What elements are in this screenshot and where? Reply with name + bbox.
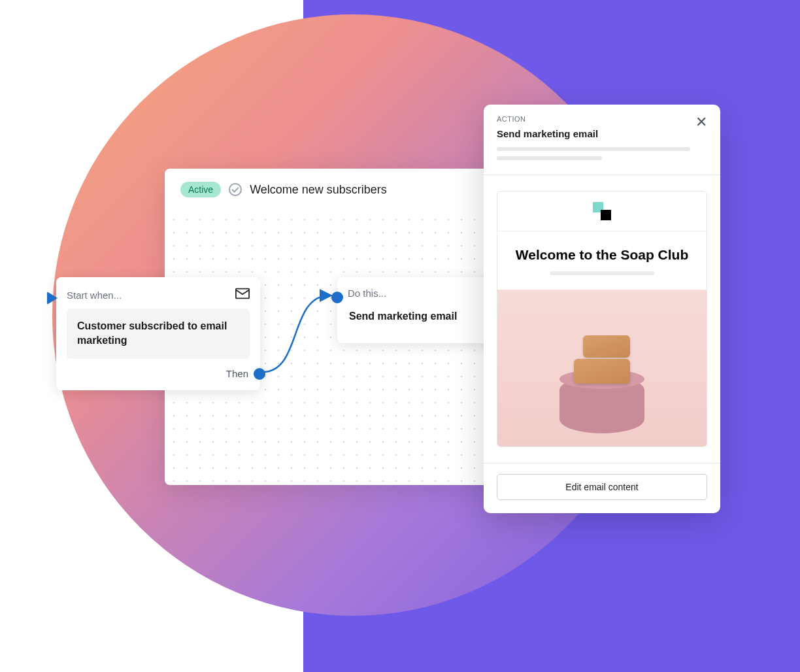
- side-panel-footer: Edit email content: [484, 463, 720, 513]
- action-side-panel: ACTION Send marketing email ✕ Welcome to…: [484, 105, 720, 513]
- email-subheading-placeholder: [550, 271, 654, 275]
- trigger-footer: Then: [67, 359, 250, 380]
- email-hero-image: [497, 290, 707, 446]
- divider: [484, 175, 720, 175]
- trigger-card-header: Start when...: [67, 288, 250, 302]
- soap-stack: [574, 335, 630, 384]
- email-preview[interactable]: Welcome to the Soap Club: [497, 191, 707, 447]
- connector-out-dot[interactable]: [254, 368, 265, 380]
- workflow-title: Welcome new subscribers: [250, 183, 387, 197]
- side-eyebrow: ACTION: [497, 115, 695, 123]
- play-icon: [47, 292, 58, 305]
- email-logo: [497, 192, 707, 231]
- action-label: Do this...: [348, 288, 386, 299]
- check-circle-icon: [229, 183, 242, 196]
- pedestal-shape: [559, 376, 644, 433]
- trigger-content: Customer subscribed to email marketing: [67, 309, 250, 359]
- side-title: Send marketing email: [497, 128, 695, 139]
- connector-in-dot[interactable]: [331, 292, 343, 303]
- close-icon[interactable]: ✕: [695, 115, 707, 129]
- email-heading: Welcome to the Soap Club: [497, 231, 707, 271]
- status-badge: Active: [180, 182, 221, 197]
- logo-icon: [593, 202, 611, 220]
- then-label: Then: [226, 368, 248, 379]
- side-panel-header: ACTION Send marketing email ✕: [484, 105, 720, 147]
- description-placeholder: [484, 147, 720, 175]
- trigger-label: Start when...: [67, 290, 122, 301]
- trigger-card[interactable]: Start when... Customer subscribed to ema…: [56, 277, 260, 390]
- edit-email-button[interactable]: Edit email content: [497, 474, 707, 500]
- envelope-icon: [235, 288, 250, 302]
